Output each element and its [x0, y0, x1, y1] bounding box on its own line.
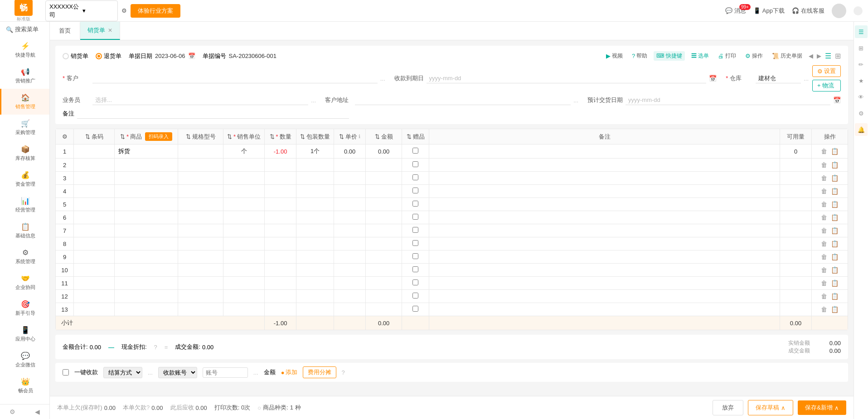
cell-product-10[interactable] — [115, 277, 178, 290]
cell-qty-8[interactable] — [265, 250, 296, 264]
prev-icon[interactable]: ◀ — [809, 53, 813, 59]
cell-gift-11[interactable] — [402, 290, 429, 303]
sidebar-item-basic[interactable]: 📋 基础信息 — [0, 218, 49, 244]
history-btn[interactable]: 📜历史单据 — [769, 51, 805, 61]
avatar-2[interactable] — [853, 6, 863, 15]
th-price-info-icon[interactable]: ℹ — [359, 134, 360, 140]
cell-remark-4[interactable] — [429, 198, 780, 211]
warehouse-dots[interactable]: ... — [804, 75, 809, 82]
one-click-pay-checkbox[interactable] — [63, 369, 69, 376]
help-circle-icon[interactable]: ? — [154, 344, 157, 351]
cell-price-0[interactable]: 0.00 — [334, 144, 366, 159]
copy-icon-1[interactable]: 📋 — [831, 161, 839, 169]
cell-spec-4[interactable] — [178, 198, 223, 211]
cell-spec-6[interactable] — [178, 224, 223, 237]
account-input[interactable] — [203, 367, 248, 378]
cell-remark-12[interactable] — [429, 303, 780, 316]
cell-gift-3[interactable] — [402, 185, 429, 198]
copy-icon-0[interactable]: 📋 — [831, 148, 839, 155]
cell-barcode-12[interactable] — [74, 303, 115, 316]
cell-remark-11[interactable] — [429, 290, 780, 303]
customer-address-dots[interactable]: ... — [573, 97, 578, 104]
cell-remark-3[interactable] — [429, 185, 780, 198]
cell-product-12[interactable] — [115, 303, 178, 316]
settings-icon[interactable]: ⚙ — [121, 7, 127, 14]
cell-price-6[interactable] — [334, 224, 366, 237]
tab-home[interactable]: 首页 — [50, 22, 80, 39]
cell-remark-8[interactable] — [429, 250, 780, 264]
cell-product-11[interactable] — [115, 290, 178, 303]
sidebar-settings-icon[interactable]: ⚙ — [10, 408, 15, 415]
delete-icon-6[interactable]: 🗑 — [821, 227, 827, 234]
cell-remark-2[interactable] — [429, 172, 780, 185]
cell-price-1[interactable] — [334, 159, 366, 172]
copy-icon-8[interactable]: 📋 — [831, 253, 839, 260]
cell-spec-8[interactable] — [178, 250, 223, 264]
cell-qty-10[interactable] — [265, 277, 296, 290]
cell-barcode-5[interactable] — [74, 211, 115, 224]
copy-icon-6[interactable]: 📋 — [831, 227, 839, 234]
copy-icon-10[interactable]: 📋 — [831, 279, 839, 287]
cell-price-4[interactable] — [334, 198, 366, 211]
sidebar-item-marketing[interactable]: 📢 营销推广 — [0, 63, 49, 89]
right-panel-icon-2[interactable]: ⊞ — [855, 42, 868, 54]
cell-barcode-8[interactable] — [74, 250, 115, 264]
trial-button[interactable]: 体验行业方案 — [131, 4, 180, 18]
cell-price-5[interactable] — [334, 211, 366, 224]
pay-date-input[interactable] — [427, 73, 707, 83]
cell-qty-0[interactable]: -1.00 — [265, 144, 296, 159]
cell-spec-1[interactable] — [178, 159, 223, 172]
tab-sales-order[interactable]: 销货单 ✕ — [80, 22, 120, 40]
shortcut-btn[interactable]: ⌨ 快捷键 — [654, 51, 684, 61]
list-view-icon[interactable]: ☰ — [825, 52, 831, 60]
save-draft-button[interactable]: 保存草稿 ∧ — [748, 400, 793, 415]
date-value[interactable]: 2023-06-06 — [155, 53, 185, 59]
cell-product-5[interactable] — [115, 211, 178, 224]
video-btn[interactable]: ▶视频 — [603, 51, 626, 61]
cell-barcode-7[interactable] — [74, 237, 115, 250]
sidebar-item-operation[interactable]: 📊 经营管理 — [0, 192, 49, 218]
delete-icon-12[interactable]: 🗑 — [821, 306, 827, 313]
warehouse-input[interactable] — [756, 73, 801, 83]
cell-remark-0[interactable] — [429, 144, 780, 159]
copy-icon-9[interactable]: 📋 — [831, 266, 839, 274]
customer-input[interactable] — [92, 73, 378, 83]
logistics-button[interactable]: + 物流 — [812, 80, 841, 92]
table-settings-icon[interactable]: ⚙ — [62, 133, 68, 140]
cell-product-0[interactable] — [115, 144, 178, 159]
account-dots[interactable]: ... — [253, 369, 258, 376]
operation-btn[interactable]: ⚙操作 — [742, 51, 766, 61]
delete-icon-0[interactable]: 🗑 — [821, 148, 827, 155]
calendar-icon[interactable]: 📅 — [188, 53, 195, 59]
sidebar-item-quick-nav[interactable]: ⚡ 快捷导航 — [0, 37, 49, 63]
cell-remark-6[interactable] — [429, 224, 780, 237]
cell-price-3[interactable] — [334, 185, 366, 198]
cell-barcode-3[interactable] — [74, 185, 115, 198]
cell-price-12[interactable] — [334, 303, 366, 316]
cell-qty-3[interactable] — [265, 185, 296, 198]
online-service-button[interactable]: 🎧 在线客服 — [792, 7, 824, 15]
sidebar-item-inventory[interactable]: 📦 库存核算 — [0, 140, 49, 166]
copy-icon-2[interactable]: 📋 — [831, 174, 839, 182]
cell-barcode-10[interactable] — [74, 277, 115, 290]
cell-price-11[interactable] — [334, 290, 366, 303]
cell-gift-7[interactable] — [402, 237, 429, 250]
cell-barcode-0[interactable] — [74, 144, 115, 159]
cell-barcode-1[interactable] — [74, 159, 115, 172]
cell-spec-12[interactable] — [178, 303, 223, 316]
app-download-button[interactable]: 📱 App下载 — [753, 7, 785, 15]
right-panel-icon-3[interactable]: ✏ — [855, 58, 868, 71]
sidebar-item-finance[interactable]: 💰 资金管理 — [0, 166, 49, 192]
cell-price-9[interactable] — [334, 264, 366, 277]
delete-icon-9[interactable]: 🗑 — [821, 266, 827, 274]
cell-spec-10[interactable] — [178, 277, 223, 290]
salesman-dots[interactable]: ... — [311, 97, 316, 104]
scan-button[interactable]: 扫码录入 — [145, 132, 172, 141]
help-btn[interactable]: ?帮助 — [629, 51, 650, 61]
cell-barcode-6[interactable] — [74, 224, 115, 237]
cell-remark-9[interactable] — [429, 264, 780, 277]
cell-gift-9[interactable] — [402, 264, 429, 277]
cell-remark-5[interactable] — [429, 211, 780, 224]
sidebar-item-wechat[interactable]: 💬 企业微信 — [0, 347, 49, 373]
account-select[interactable]: 收款账号 — [158, 367, 197, 378]
